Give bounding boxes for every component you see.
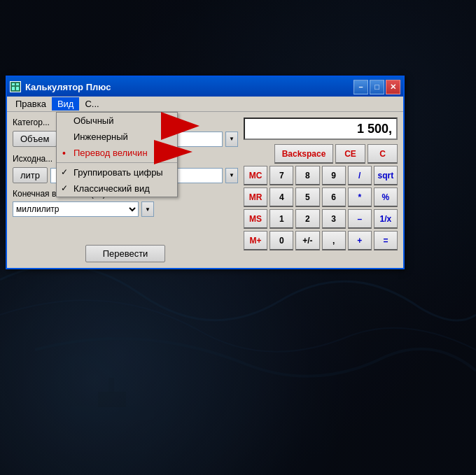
calc-8[interactable]: 8 [295, 166, 319, 185]
svg-rect-7 [12, 83, 15, 85]
calc-row-1: Backspace CE C [244, 144, 398, 164]
calc-comma[interactable]: , [322, 231, 346, 250]
svg-rect-10 [16, 87, 19, 90]
calc-multiply[interactable]: * [348, 187, 372, 207]
calc-minus[interactable]: – [348, 209, 372, 229]
target-dropdown[interactable]: миллилитр [13, 201, 139, 217]
calc-7[interactable]: 7 [270, 166, 293, 185]
calc-plus[interactable]: + [348, 231, 372, 250]
menu-vid[interactable]: Вид [52, 97, 80, 111]
calc-row-5: M+ 0 +/- , + = [244, 231, 398, 250]
dropdown-perevod[interactable]: Перевод величин [57, 145, 177, 161]
dropdown-gruppirovka[interactable]: Группировать цифры [57, 164, 177, 180]
calculator-panel: 1 500, Backspace CE C MC 7 8 9 / sqrt MR [244, 118, 398, 262]
calc-equals[interactable]: = [374, 231, 398, 250]
calc-row-4: MS 1 2 3 – 1/x [244, 209, 398, 229]
calc-divide[interactable]: / [348, 166, 372, 185]
svg-rect-5 [108, 378, 114, 393]
calc-empty-1 [244, 144, 272, 164]
calc-0[interactable]: 0 [270, 231, 293, 250]
calculator-window: Калькулятор Плюс – □ ✕ Правка Вид С... О… [6, 76, 405, 269]
calc-plusminus[interactable]: +/- [295, 231, 319, 250]
dropdown-klassichesky[interactable]: Классический вид [57, 180, 177, 197]
calc-display: 1 500, [244, 118, 398, 140]
menu-pravka[interactable]: Правка [10, 97, 52, 111]
calc-4[interactable]: 4 [270, 187, 293, 207]
calc-ms[interactable]: MS [244, 209, 267, 229]
calc-5[interactable]: 5 [295, 187, 319, 207]
source-dropdown-arrow[interactable]: ▼ [225, 168, 238, 183]
calc-row-2: MC 7 8 9 / sqrt [244, 166, 398, 185]
target-row: миллилитр ▼ [13, 201, 238, 217]
svg-rect-6 [10, 82, 20, 92]
calc-9[interactable]: 9 [322, 166, 346, 185]
svg-rect-3 [70, 406, 154, 420]
calc-row-3: MR 4 5 6 * % [244, 187, 398, 207]
maximize-button[interactable]: □ [370, 80, 384, 94]
volume-button[interactable]: Объем [13, 131, 57, 147]
dropdown-separator [57, 162, 177, 163]
calc-sqrt[interactable]: sqrt [374, 166, 398, 185]
menu-other[interactable]: С... [79, 97, 104, 111]
calc-mplus[interactable]: M+ [244, 231, 267, 250]
calc-2[interactable]: 2 [295, 209, 319, 229]
title-bar-buttons: – □ ✕ [354, 80, 400, 94]
calc-c[interactable]: C [368, 144, 398, 164]
calc-6[interactable]: 6 [322, 187, 346, 207]
svg-rect-8 [16, 83, 19, 85]
target-dropdown-arrow[interactable]: ▼ [141, 201, 154, 217]
litr-button[interactable]: литр [13, 167, 48, 183]
calc-percent[interactable]: % [374, 187, 398, 207]
category-dropdown-arrow[interactable]: ▼ [225, 132, 238, 147]
dropdown-menu: Обычный Инженерный Перевод величин Групп… [56, 112, 178, 197]
calc-reciprocal[interactable]: 1/x [374, 209, 398, 229]
calc-ce[interactable]: CE [335, 144, 365, 164]
calc-1[interactable]: 1 [270, 209, 293, 229]
dropdown-obychny[interactable]: Обычный [57, 113, 177, 129]
svg-rect-9 [12, 87, 15, 90]
svg-rect-4 [98, 392, 126, 407]
calc-backspace[interactable]: Backspace [274, 144, 333, 164]
close-button[interactable]: ✕ [386, 80, 400, 94]
menu-bar: Правка Вид С... Обычный Инженерный Перев… [7, 97, 403, 112]
title-bar: Калькулятор Плюс – □ ✕ [7, 77, 403, 97]
app-icon [10, 81, 21, 92]
window-title: Калькулятор Плюс [25, 82, 354, 92]
calc-mr[interactable]: MR [244, 187, 267, 207]
convert-button[interactable]: Перевести [85, 245, 166, 262]
calc-3[interactable]: 3 [322, 209, 346, 229]
minimize-button[interactable]: – [354, 80, 368, 94]
dropdown-inzhenerny[interactable]: Инженерный [57, 129, 177, 145]
calc-mc[interactable]: MC [244, 166, 267, 185]
